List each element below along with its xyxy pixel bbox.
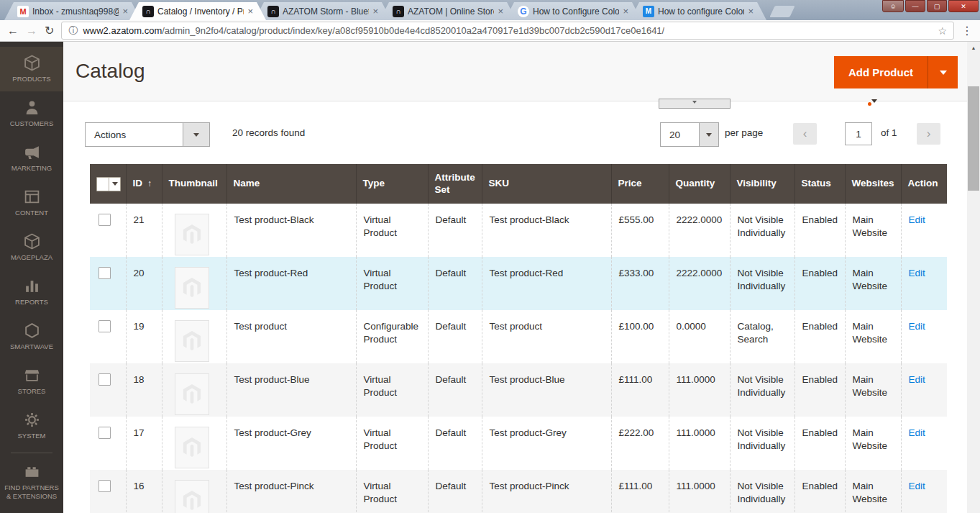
col-header-quantity[interactable]: Quantity — [669, 164, 730, 204]
browser-tab[interactable]: M How to configure Color S × — [630, 2, 766, 20]
browser-scrollbar[interactable]: ▲ — [967, 42, 980, 513]
edit-link[interactable]: Edit — [909, 321, 925, 332]
scrollbar-thumb[interactable] — [968, 86, 979, 191]
select-all-header[interactable] — [90, 164, 126, 204]
row-checkbox[interactable] — [99, 480, 111, 492]
sidebar-item-find-partners-extensions[interactable]: FIND PARTNERS & EXTENSIONS — [0, 448, 63, 507]
info-icon[interactable]: ⓘ — [68, 24, 78, 37]
cell-type: Virtual Product — [356, 470, 428, 513]
tab-close-icon[interactable]: × — [372, 6, 378, 16]
select-all-checkbox[interactable] — [97, 178, 109, 191]
row-checkbox[interactable] — [99, 427, 111, 439]
edit-link[interactable]: Edit — [909, 214, 925, 225]
edit-link[interactable]: Edit — [909, 427, 925, 438]
col-header-visibility[interactable]: Visibility — [730, 164, 794, 204]
sidebar-item-smartwave[interactable]: SMARTWAVE — [0, 314, 63, 359]
product-row-20[interactable]: 20 Test product-Red Virtual Product Defa… — [90, 257, 947, 310]
select-all-control[interactable] — [96, 177, 121, 191]
row-checkbox[interactable] — [99, 373, 111, 386]
page-title: Catalog — [75, 60, 145, 83]
select-all-caret-icon[interactable] — [109, 178, 120, 191]
tab-close-icon[interactable]: × — [122, 6, 128, 16]
next-page-button[interactable]: › — [917, 123, 940, 145]
product-row-17[interactable]: 17 Test product-Grey Virtual Product Def… — [90, 417, 947, 470]
new-tab-button[interactable] — [769, 6, 794, 17]
partial-control[interactable] — [659, 99, 731, 109]
add-product-button[interactable]: Add Product — [834, 56, 958, 88]
sidebar-item-mageplaza[interactable]: MAGEPLAZA — [0, 225, 63, 270]
window-close-button[interactable]: ✕ — [948, 0, 979, 12]
row-checkbox[interactable] — [99, 267, 111, 279]
sidebar-item-marketing[interactable]: MARKETING — [0, 136, 63, 181]
row-checkbox[interactable] — [99, 214, 111, 226]
actions-dropdown[interactable]: Actions — [85, 122, 210, 147]
tab-close-icon[interactable]: × — [498, 6, 503, 16]
window-minimize-button[interactable]: — — [905, 0, 925, 12]
cell-sku: Test product-Pinck — [482, 470, 611, 513]
browser-tab[interactable]: ∩ Catalog / Inventory / Pro × — [129, 2, 266, 20]
add-product-dropdown[interactable] — [928, 56, 958, 88]
product-row-16[interactable]: 16 Test product-Pinck Virtual Product De… — [90, 470, 947, 513]
sidebar-item-content[interactable]: CONTENT — [0, 181, 63, 225]
chevron-right-icon: › — [927, 127, 931, 141]
sidebar-item-stores[interactable]: STORES — [0, 359, 63, 404]
cell-id: 18 — [126, 363, 162, 417]
browser-tab[interactable]: M Inbox - zmushtaq998@g × — [4, 2, 141, 20]
sidebar-item-icon — [24, 278, 40, 294]
col-header-sku[interactable]: SKU — [482, 164, 611, 204]
sidebar-item-reports[interactable]: REPORTS — [0, 270, 63, 314]
browser-tab[interactable]: ∩ AZATOM | Online Store × — [380, 2, 516, 20]
tab-close-icon[interactable]: × — [623, 6, 628, 16]
col-header-attribute-set[interactable]: Attribute Set — [428, 164, 482, 204]
url-bar[interactable]: ⓘ www2.azatom.com/admin_9n2fo4/catalog/p… — [61, 22, 954, 40]
tab-favicon: ∩ — [393, 6, 404, 17]
page-number-input[interactable] — [845, 122, 872, 145]
sidebar-item-products[interactable]: PRODUCTS — [0, 47, 63, 91]
sidebar-item-customers[interactable]: CUSTOMERS — [0, 91, 63, 136]
per-page-dropdown[interactable]: 20 — [660, 122, 719, 147]
cell-action: Edit — [901, 204, 947, 257]
window-maximize-button[interactable]: ▢ — [927, 0, 947, 12]
refresh-icon[interactable]: ↻ — [45, 25, 54, 37]
product-row-19[interactable]: 19 Test product Configurable Product Def… — [90, 310, 947, 363]
cell-type: Configurable Product — [356, 310, 428, 363]
col-header-name[interactable]: Name — [226, 164, 356, 204]
col-header-id[interactable]: ID↑ — [126, 164, 162, 204]
tab-favicon: M — [643, 6, 654, 17]
col-header-type[interactable]: Type — [356, 164, 428, 204]
window-profile-button[interactable]: ☺ — [882, 0, 904, 12]
columns-control-partial[interactable] — [868, 98, 881, 107]
tab-favicon: ∩ — [142, 6, 154, 17]
browser-tab[interactable]: ∩ AZATOM Storm - Blueto × — [255, 2, 391, 20]
browser-tab[interactable]: G How to Configure Color × — [505, 2, 641, 20]
col-header-price[interactable]: Price — [611, 164, 669, 204]
back-icon[interactable]: ← — [7, 25, 19, 37]
sidebar-item-icon — [24, 412, 40, 428]
row-select-cell — [90, 417, 126, 470]
sidebar-item-system[interactable]: SYSTEM — [0, 404, 63, 448]
col-header-action[interactable]: Action — [901, 164, 947, 204]
edit-link[interactable]: Edit — [909, 268, 925, 278]
col-header-websites[interactable]: Websites — [845, 164, 901, 204]
edit-link[interactable]: Edit — [909, 481, 925, 491]
row-checkbox[interactable] — [99, 320, 111, 332]
cell-attribute-set: Default — [428, 204, 482, 257]
bookmark-star-icon[interactable]: ☆ — [938, 25, 947, 37]
forward-icon[interactable]: → — [26, 25, 37, 37]
product-row-18[interactable]: 18 Test product-Blue Virtual Product Def… — [90, 363, 947, 417]
cell-name: Test product-Black — [226, 204, 356, 257]
col-header-thumbnail[interactable]: Thumbnail — [162, 164, 226, 204]
sidebar-item-icon — [24, 322, 40, 339]
sidebar-item-partial[interactable] — [0, 507, 63, 513]
cell-id: 21 — [126, 204, 162, 257]
edit-link[interactable]: Edit — [909, 374, 925, 385]
tab-close-icon[interactable]: × — [748, 6, 754, 16]
col-header-status[interactable]: Status — [794, 164, 845, 204]
chevron-down-icon — [940, 71, 947, 75]
cell-sku: Test product-Black — [482, 204, 611, 257]
scrollbar-up-icon[interactable]: ▲ — [967, 42, 980, 53]
tab-close-icon[interactable]: × — [247, 6, 253, 16]
product-row-21[interactable]: 21 Test product-Black Virtual Product De… — [90, 204, 947, 257]
prev-page-button[interactable]: ‹ — [793, 123, 817, 145]
browser-menu-icon[interactable]: ⋮ — [961, 24, 973, 37]
